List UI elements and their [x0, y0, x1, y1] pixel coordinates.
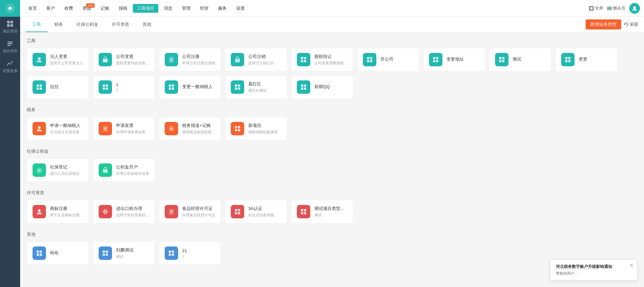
card-icon-trademark [33, 205, 46, 218]
card-company-change[interactable]: 公司变更 股权变更外的业务变更 [93, 48, 155, 71]
svg-rect-33 [502, 57, 504, 59]
card-desc-3a-cert: 对企业信誉评级 [248, 213, 281, 218]
nav-tax[interactable]: 报税 [115, 4, 131, 13]
member-btn[interactable]: 畅会员 [607, 5, 625, 11]
svg-rect-91 [106, 250, 108, 253]
card-name-apply-taxpayer: 申请一般纳税人 [50, 123, 83, 129]
nav-bizproject[interactable]: 工商项目 [133, 4, 158, 13]
card-haha[interactable]: 哈哈 [27, 241, 89, 265]
card-text-liupeng-test: 刘鹏测试 测试 [116, 247, 149, 259]
svg-rect-25 [370, 57, 372, 59]
card-change2[interactable]: 变更 [555, 48, 618, 71]
card-text-trademark: 商标注册 用于企业商标注册服务 [50, 206, 83, 218]
card-name-test-project-type: 测试项目类型目定义 [314, 206, 347, 212]
card-desc-one: 1 [116, 88, 149, 92]
card-icon-equity-transfer [297, 53, 310, 66]
svg-rect-79 [238, 209, 240, 211]
card-desc-twenty-one: 1 [182, 254, 215, 258]
card-company-cancel[interactable]: 公司注销 适用于注销公司 [225, 48, 287, 71]
refresh-button[interactable]: 刷新 [624, 21, 639, 27]
nav-invoice[interactable]: 票据 new [78, 4, 95, 13]
svg-rect-44 [103, 84, 105, 87]
card-equity-transfer[interactable]: 股权转让 公司变更需要股权转让 [291, 48, 353, 71]
card-name-gjj-open: 公积金开户 [116, 164, 149, 170]
card-text-company-register: 公司注册 申请公司注册全流程 [182, 54, 215, 66]
card-twenty-one[interactable]: 21 1 [159, 241, 221, 265]
tab-gongshang[interactable]: 工商 [25, 17, 48, 32]
card-faren-change[interactable]: 法人变更 适用于公司变更法人 [27, 48, 89, 71]
card-icon-qianqi-qq [297, 80, 310, 94]
card-text-apply-taxpayer: 申请一般纳税人 当月或次月成变更完成 [50, 123, 83, 135]
card-desc-faren-change: 适用于公司变更法人 [50, 61, 83, 66]
card-desc-import-export: 适用于对外贸易经营者 [116, 213, 149, 218]
card-food-license[interactable]: 食品经营许可证 办理食品经营许可证 [159, 200, 221, 223]
tab-shebao[interactable]: 社保公积金 [70, 17, 105, 32]
card-text-food-license: 食品经营许可证 办理食品经营许可证 [182, 206, 215, 218]
svg-rect-50 [169, 87, 171, 90]
svg-rect-3 [7, 24, 10, 27]
notification-title: 河北税务数字账户升级影响通知 [556, 264, 632, 270]
svg-rect-54 [235, 87, 237, 90]
fullscreen-btn[interactable]: 全屏 [589, 5, 603, 11]
card-icon-liupeng-test [99, 246, 112, 260]
tab-xuke[interactable]: 许可资质 [105, 17, 136, 32]
card-open-company[interactable]: 开公司 [357, 48, 419, 71]
svg-rect-30 [433, 60, 435, 62]
nav-home[interactable]: 首页 [24, 4, 41, 13]
svg-rect-27 [370, 60, 372, 62]
svg-text:¥: ¥ [170, 127, 172, 131]
other-cards-grid: 哈哈 [27, 241, 637, 265]
card-3a-cert[interactable]: 3A认证 对企业信誉评级 [225, 200, 287, 223]
avatar[interactable] [629, 3, 640, 14]
card-company-register[interactable]: 公司注册 申请公司注册全流程 [159, 48, 221, 71]
card-shebao-register[interactable]: 社保登记 进行人员社保登记 [27, 158, 89, 182]
svg-rect-45 [106, 84, 108, 87]
card-new-project[interactable]: 新项目 报税加税控盘保管 [225, 117, 287, 140]
card-text-qianqi-qq: 前期QQ [314, 84, 347, 91]
svg-rect-7 [7, 45, 11, 46]
card-test-project-type[interactable]: 测试项目类型目定义 测试 [291, 200, 353, 223]
nav-operation[interactable]: 经营 [196, 4, 213, 13]
gongshang-cards-grid: 法人变更 适用于公司变更法人 公司变更 [27, 48, 637, 99]
card-text-one: 1 1 [116, 82, 149, 92]
tab-shuiwu[interactable]: 税务 [48, 17, 70, 32]
sidebar-item-project-mgmt[interactable]: 项目管理 [0, 17, 20, 37]
card-tax-report-book[interactable]: ¥ 税务报道+记账 拿到营业执照的新公司 [159, 117, 221, 140]
svg-rect-49 [172, 84, 174, 87]
card-lala[interactable]: 拉拉 [27, 75, 89, 99]
card-trademark[interactable]: 商标注册 用于企业商标注册服务 [27, 200, 89, 223]
svg-rect-90 [103, 250, 105, 253]
card-change-taxpayer[interactable]: 变更一般纳税人 [159, 75, 221, 99]
svg-rect-92 [103, 254, 105, 256]
nav-message[interactable]: 消息 [160, 4, 176, 13]
card-puhong[interactable]: 葛红红 葛红红测试 [225, 75, 287, 99]
sidebar-item-progress-monitor[interactable]: 进度监测 [0, 56, 20, 76]
card-liupeng-test[interactable]: 刘鹏测试 测试 [93, 241, 155, 265]
nav-manage[interactable]: 管理 [178, 4, 195, 13]
svg-rect-9 [590, 7, 593, 10]
notification-close-btn[interactable]: ✕ [630, 263, 634, 268]
nav-bookkeeping[interactable]: 记账 [97, 4, 113, 13]
nav-service[interactable]: 服务 [214, 4, 231, 13]
svg-rect-69 [238, 129, 240, 131]
card-qianqi-qq[interactable]: 前期QQ [291, 75, 353, 99]
sidebar-item-project-mgmt-label: 项目管理 [3, 29, 17, 34]
card-import-export[interactable]: 进出口权办理 适用于对外贸易经营者 [93, 200, 155, 223]
card-change-address[interactable]: 变更地址 [423, 48, 485, 71]
card-gjj-open[interactable]: 公积金开户 办理公积金相关业务 [93, 158, 155, 182]
card-one[interactable]: 1 1 [93, 75, 155, 99]
card-apply-taxpayer[interactable]: 申请一般纳税人 当月或次月成变更完成 [27, 117, 89, 140]
nav-settings[interactable]: 设置 [232, 4, 249, 13]
card-test[interactable]: 测试 [489, 48, 551, 71]
nav-customer[interactable]: 客户 [42, 4, 59, 13]
card-desc-shebao-register: 进行人员社保登记 [50, 171, 83, 176]
card-name-liupeng-test: 刘鹏测试 [116, 247, 149, 253]
tab-other[interactable]: 其他 [136, 17, 158, 32]
card-icon-change2 [561, 53, 575, 66]
card-name-equity-transfer: 股权转让 [314, 54, 347, 60]
nav-billing[interactable]: 收费 [60, 4, 77, 13]
card-apply-invoice[interactable]: 申请发票 办理申请发票业务 [93, 117, 155, 140]
sidebar-item-project-type[interactable]: 项目类型 [0, 37, 20, 56]
new-type-button[interactable]: 新增业务类型 [586, 19, 621, 29]
svg-rect-14 [103, 59, 108, 62]
